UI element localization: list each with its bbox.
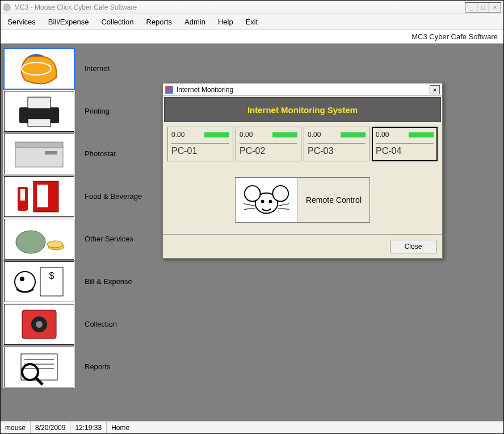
statusbar: mouse 8/20/2009 12:19:33 Home xyxy=(1,421,503,433)
remote-control-label: Remote Control xyxy=(298,195,369,205)
internet-monitoring-dialog: Internet Monitoring ✕ Internet Monitorin… xyxy=(162,82,443,259)
svg-point-29 xyxy=(245,186,261,202)
svg-point-30 xyxy=(272,186,288,202)
report-icon xyxy=(4,347,74,387)
copier-icon xyxy=(4,133,74,174)
sidebar-item-internet[interactable]: Internet xyxy=(4,47,147,90)
brand-text: MC3 Cyber Cafe Software xyxy=(411,32,498,41)
pc-name: PC-04 xyxy=(376,146,434,156)
menu-reports[interactable]: Reports xyxy=(146,18,173,26)
divider xyxy=(308,143,366,144)
svg-point-21 xyxy=(36,321,43,328)
window-controls: _ □ ✕ xyxy=(465,2,501,12)
dialog-titlebar[interactable]: Internet Monitoring ✕ xyxy=(163,84,442,96)
sidebar-item-printing[interactable]: Printing xyxy=(4,90,147,132)
pc-status-bar xyxy=(272,132,297,137)
remote-control-button[interactable]: Remote Control xyxy=(235,177,370,223)
sidebar-item-label: Reports xyxy=(85,362,111,371)
brand-bar: MC3 Cyber Cafe Software xyxy=(1,30,503,44)
form-icon xyxy=(165,86,173,94)
svg-rect-6 xyxy=(15,142,63,148)
divider xyxy=(376,143,434,144)
safe-icon xyxy=(4,304,74,345)
svg-line-35 xyxy=(278,204,289,206)
status-date: 8/20/2009 xyxy=(31,422,70,433)
svg-rect-5 xyxy=(15,147,63,167)
pc-value: 0.00 xyxy=(171,131,184,139)
menu-bill-expense[interactable]: Bill/Expense xyxy=(48,18,89,26)
dialog-footer: Close xyxy=(163,234,442,258)
menu-exit[interactable]: Exit xyxy=(246,18,258,26)
pc-card-03[interactable]: 0.00 PC-03 xyxy=(304,127,369,161)
svg-text:$: $ xyxy=(49,271,54,281)
money-icon xyxy=(4,219,74,260)
pc-value: 0.00 xyxy=(376,131,389,139)
mouse-cartoon-icon xyxy=(236,178,298,222)
svg-point-32 xyxy=(268,200,272,203)
svg-point-12 xyxy=(16,231,45,253)
sidebar-item-photostat[interactable]: Photostat xyxy=(4,132,147,175)
vending-icon xyxy=(4,176,74,217)
status-page: Home xyxy=(107,422,503,433)
menubar: Services Bill/Expense Collection Reports… xyxy=(1,14,503,30)
divider xyxy=(171,143,229,144)
pc-status-bar xyxy=(204,132,229,137)
pc-value: 0.00 xyxy=(240,131,253,139)
pc-status-bar xyxy=(341,132,366,137)
menu-admin[interactable]: Admin xyxy=(184,18,205,26)
divider xyxy=(240,143,297,144)
window-title: MC3 - Mouse Click Cyber Cafe Software xyxy=(14,3,137,11)
pc-value: 0.00 xyxy=(308,131,321,139)
sidebar-item-label: Bill & Expense xyxy=(85,277,132,286)
close-button[interactable]: Close xyxy=(390,240,436,253)
globe-ie-icon xyxy=(4,48,74,89)
pc-card-04[interactable]: 0.00 PC-04 xyxy=(372,127,438,161)
sidebar-item-label: Collection xyxy=(85,320,117,328)
sidebar: Internet Printing Photostat Food & Bever… xyxy=(4,47,147,388)
svg-rect-3 xyxy=(28,97,51,108)
dialog-title: Internet Monitoring xyxy=(177,86,233,94)
svg-rect-4 xyxy=(28,119,51,127)
sidebar-item-label: Photostat xyxy=(85,149,116,158)
svg-rect-11 xyxy=(20,189,25,201)
svg-rect-9 xyxy=(37,185,48,207)
minimize-button[interactable]: _ xyxy=(465,2,477,12)
menu-help[interactable]: Help xyxy=(218,18,233,26)
svg-point-18 xyxy=(20,277,24,281)
svg-rect-22 xyxy=(21,354,57,380)
workspace: Internet Printing Photostat Food & Bever… xyxy=(1,44,503,421)
sidebar-item-collection[interactable]: Collection xyxy=(4,303,147,345)
sidebar-item-bill-expense[interactable]: $ Bill & Expense xyxy=(4,260,147,303)
pc-row: 0.00 PC-01 0.00 PC-02 0.00 xyxy=(167,127,438,161)
app-icon xyxy=(3,3,11,11)
svg-point-14 xyxy=(47,241,63,248)
sidebar-item-label: Food & Beverage xyxy=(85,192,142,201)
printer-icon xyxy=(4,91,74,132)
titlebar: MC3 - Mouse Click Cyber Cafe Software _ … xyxy=(1,1,503,14)
pc-name: PC-02 xyxy=(240,146,297,156)
pc-name: PC-01 xyxy=(171,146,229,156)
sidebar-item-other-services[interactable]: Other Services xyxy=(4,218,147,260)
svg-line-36 xyxy=(278,208,289,210)
sidebar-item-food-beverage[interactable]: Food & Beverage xyxy=(4,175,147,218)
svg-rect-7 xyxy=(45,151,57,155)
svg-line-33 xyxy=(244,204,255,206)
dialog-header-text: Internet Monitoring System xyxy=(247,105,358,115)
dialog-close-button[interactable]: ✕ xyxy=(430,85,440,94)
svg-line-34 xyxy=(244,208,255,210)
dialog-header: Internet Monitoring System xyxy=(164,97,441,122)
maximize-button[interactable]: □ xyxy=(477,2,489,12)
svg-point-31 xyxy=(261,200,264,203)
pc-status-bar xyxy=(409,132,434,137)
sidebar-item-label: Internet xyxy=(85,64,110,73)
sidebar-item-reports[interactable]: Reports xyxy=(4,345,147,388)
pc-card-01[interactable]: 0.00 PC-01 xyxy=(167,127,233,161)
menu-collection[interactable]: Collection xyxy=(101,18,133,26)
status-time: 12:19:33 xyxy=(70,422,107,433)
bill-icon: $ xyxy=(4,261,74,302)
menu-services[interactable]: Services xyxy=(7,18,36,26)
close-button[interactable]: ✕ xyxy=(489,2,501,12)
status-user: mouse xyxy=(1,422,31,433)
sidebar-item-label: Printing xyxy=(85,107,110,115)
pc-card-02[interactable]: 0.00 PC-02 xyxy=(236,127,301,161)
